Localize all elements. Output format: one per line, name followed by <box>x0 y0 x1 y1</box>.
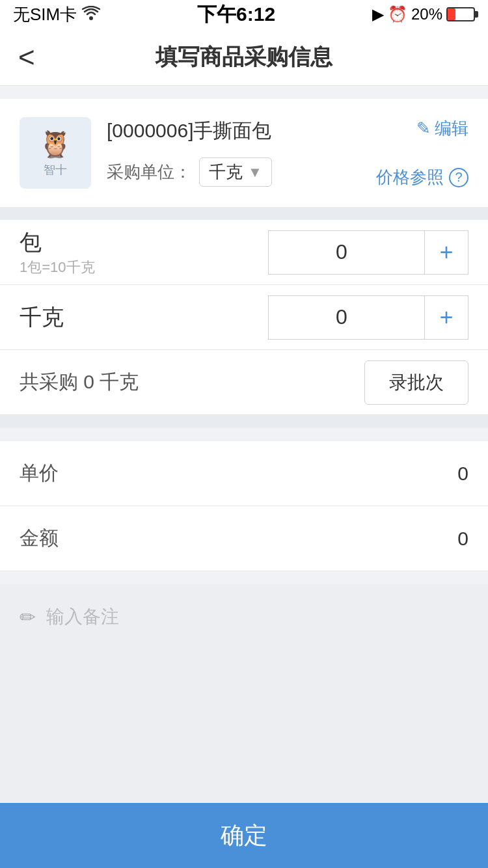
kg-plus-button[interactable]: + <box>424 295 468 340</box>
main-content: 🦉 智十 [0000006]手撕面包 采购单位： 千克 ▼ ✎ 编辑 价格参照 … <box>0 99 488 868</box>
unit-label: 采购单位： <box>107 161 191 183</box>
pencil-icon: ✏ <box>20 606 36 629</box>
wifi-icon <box>82 5 100 25</box>
divider-1 <box>0 207 488 220</box>
unit-selector[interactable]: 千克 ▼ <box>199 157 272 187</box>
kg-input-row: 千克 + <box>0 285 488 350</box>
bag-plus-button[interactable]: + <box>424 230 468 275</box>
total-purchase-text: 共采购 0 千克 <box>20 369 139 396</box>
status-time: 下午6:12 <box>197 1 275 28</box>
price-ref-help-icon: ? <box>449 168 468 187</box>
unit-dropdown-icon: ▼ <box>248 164 262 181</box>
remarks-section[interactable]: ✏ 输入备注 <box>0 584 488 649</box>
bag-label: 包 <box>20 228 95 258</box>
price-ref-label: 价格参照 <box>376 166 444 189</box>
edit-label: 编辑 <box>435 117 468 140</box>
product-image-icon: 🦉 <box>39 129 72 159</box>
carrier-text: 无SIM卡 <box>13 3 77 26</box>
product-image: 🦉 智十 <box>20 117 91 189</box>
bag-input-control: + <box>95 230 468 275</box>
confirm-section: 确定 <box>0 803 488 868</box>
battery-icon <box>446 7 475 21</box>
status-right: ▶ ⏰ 20% <box>372 5 475 23</box>
product-image-brand: 智十 <box>44 162 67 178</box>
amount-label: 金额 <box>20 525 59 552</box>
product-name: [0000006]手撕面包 <box>107 117 468 144</box>
status-left: 无SIM卡 <box>13 3 100 26</box>
amount-row: 金额 0 <box>0 506 488 571</box>
kg-label-container: 千克 <box>20 303 85 332</box>
amount-value: 0 <box>457 528 468 550</box>
location-icon: ▶ <box>372 5 384 23</box>
bag-input-row: 包 1包=10千克 + <box>0 220 488 285</box>
edit-button[interactable]: ✎ 编辑 <box>416 117 468 140</box>
record-batch-button[interactable]: 录批次 <box>364 360 468 405</box>
back-button[interactable]: < <box>18 41 35 74</box>
nav-bar: < 填写商品采购信息 <box>0 29 488 86</box>
alarm-icon: ⏰ <box>388 5 407 23</box>
unit-value: 千克 <box>209 161 243 183</box>
svg-point-0 <box>89 16 93 20</box>
kg-input-control: + <box>85 295 468 340</box>
unit-price-label: 单价 <box>20 460 59 487</box>
unit-price-value: 0 <box>457 463 468 485</box>
summary-row: 共采购 0 千克 录批次 <box>0 350 488 415</box>
divider-2 <box>0 415 488 428</box>
bag-quantity-input[interactable] <box>268 230 424 275</box>
confirm-button[interactable]: 确定 <box>0 820 488 852</box>
status-bar: 无SIM卡 下午6:12 ▶ ⏰ 20% <box>0 0 488 29</box>
kg-quantity-input[interactable] <box>268 295 424 340</box>
page-title: 填写商品采购信息 <box>156 42 332 72</box>
kg-label: 千克 <box>20 303 85 332</box>
edit-icon: ✎ <box>416 118 431 139</box>
bag-sub-label: 1包=10千克 <box>20 258 95 277</box>
product-card: 🦉 智十 [0000006]手撕面包 采购单位： 千克 ▼ ✎ 编辑 价格参照 … <box>0 99 488 207</box>
price-section: 单价 0 金额 0 <box>0 441 488 571</box>
price-ref-button[interactable]: 价格参照 ? <box>376 166 468 189</box>
remarks-placeholder: 输入备注 <box>46 604 119 629</box>
input-section: 包 1包=10千克 + 千克 + 共采购 0 千克 录批次 <box>0 220 488 415</box>
battery-percent: 20% <box>411 5 442 23</box>
bag-label-container: 包 1包=10千克 <box>20 228 95 277</box>
unit-price-row: 单价 0 <box>0 441 488 506</box>
